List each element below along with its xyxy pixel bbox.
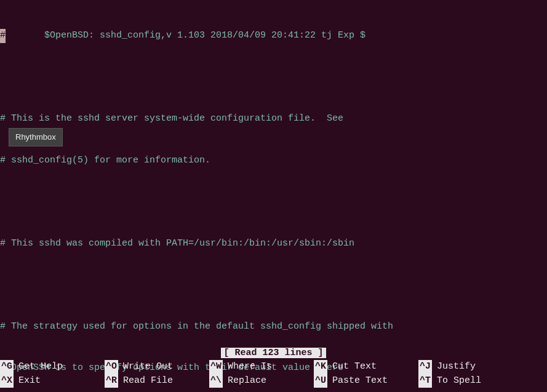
- status-message: [ Read 123 lines ]: [221, 348, 325, 358]
- editor-line: [0, 195, 547, 209]
- key-combo: ^\: [209, 374, 223, 388]
- help-label: Get Help: [18, 360, 63, 374]
- help-write-out[interactable]: ^O Write Out: [105, 360, 209, 374]
- key-combo: ^R: [105, 374, 118, 388]
- help-to-spell[interactable]: ^T To Spell: [418, 374, 523, 388]
- help-where-is[interactable]: ^W Where Is: [209, 360, 314, 374]
- key-combo: ^U: [314, 374, 327, 388]
- editor-line: [0, 71, 547, 85]
- help-label: Cut Text: [332, 360, 377, 374]
- help-label: Where Is: [228, 360, 272, 374]
- help-label: To Spell: [437, 374, 481, 388]
- help-paste-text[interactable]: ^U Paste Text: [314, 374, 418, 388]
- help-label: Exit: [18, 374, 41, 388]
- help-label: Read File: [123, 374, 173, 388]
- key-combo: ^X: [0, 374, 14, 388]
- help-row-2: ^X Exit ^R Read File ^\ Replace ^U Paste…: [0, 374, 547, 388]
- editor-line: # sshd_config(5) for more information.: [0, 154, 547, 168]
- tooltip: Rhythmbox: [9, 128, 63, 146]
- tooltip-text: Rhythmbox: [15, 132, 56, 142]
- editor-line: # This is the sshd server system-wide co…: [0, 112, 547, 126]
- key-combo: ^O: [105, 360, 118, 374]
- editor-line: # This sshd was compiled with PATH=/usr/…: [0, 237, 547, 251]
- help-label: Write Out: [123, 360, 173, 374]
- help-label: Replace: [228, 374, 266, 388]
- help-read-file[interactable]: ^R Read File: [105, 374, 209, 388]
- help-exit[interactable]: ^X Exit: [0, 374, 105, 388]
- help-label: Justify: [437, 360, 476, 374]
- status-bar: [ Read 123 lines ]: [0, 346, 547, 361]
- help-label: Paste Text: [332, 374, 388, 388]
- key-combo: ^J: [418, 360, 432, 374]
- help-row-1: ^G Get Help ^O Write Out ^W Where Is ^K …: [0, 360, 547, 374]
- key-combo: ^G: [0, 360, 14, 374]
- help-cut-text[interactable]: ^K Cut Text: [314, 360, 418, 374]
- editor-line: # The strategy used for options in the d…: [0, 320, 547, 334]
- key-combo: ^T: [418, 374, 432, 388]
- editor-line: [0, 278, 547, 292]
- key-combo: ^K: [314, 360, 327, 374]
- key-combo: ^W: [209, 360, 223, 374]
- help-justify[interactable]: ^J Justify: [418, 360, 523, 374]
- cursor: #: [0, 29, 6, 43]
- help-get-help[interactable]: ^G Get Help: [0, 360, 105, 374]
- help-bar: ^G Get Help ^O Write Out ^W Where Is ^K …: [0, 360, 547, 388]
- help-replace[interactable]: ^\ Replace: [209, 374, 314, 388]
- editor-content[interactable]: # $OpenBSD: sshd_config,v 1.103 2018/04/…: [0, 0, 547, 392]
- editor-line: $OpenBSD: sshd_config,v 1.103 2018/04/09…: [6, 30, 365, 41]
